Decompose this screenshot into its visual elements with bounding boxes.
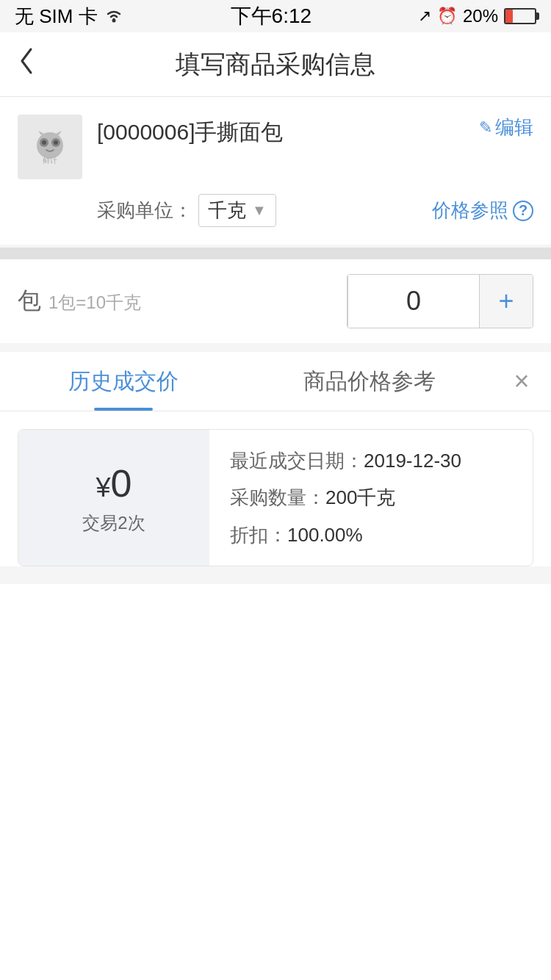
- quantity-value[interactable]: 0: [347, 275, 480, 328]
- date-label: 最近成交日期：: [230, 450, 364, 472]
- wifi-icon: [104, 5, 124, 28]
- last-trade-date-row: 最近成交日期：2019-12-30: [230, 447, 512, 474]
- edit-button[interactable]: ✎ 编辑: [479, 115, 533, 140]
- tabs: 历史成交价 商品价格参考 ×: [0, 352, 551, 411]
- tab-history-price[interactable]: 历史成交价: [0, 352, 246, 411]
- card-details: 最近成交日期：2019-12-30 采购数量：200千克 折扣：100.00%: [209, 430, 533, 566]
- unit-package: 包: [18, 285, 41, 317]
- svg-text:鲜计: 鲜计: [43, 156, 57, 165]
- back-button[interactable]: [18, 46, 35, 82]
- status-bar: 无 SIM 卡 下午6:12 ↗ ⏰ 20%: [0, 0, 551, 32]
- status-carrier: 无 SIM 卡: [15, 4, 124, 29]
- trade-count: 交易2次: [82, 511, 145, 535]
- purchase-quantity-row: 采购数量：200千克: [230, 484, 512, 511]
- product-section: 鲜计 [0000006]手撕面包 ✎ 编辑 采购单位： 千克 ▼ 价格参照 ?: [0, 97, 551, 245]
- currency-symbol: ¥: [96, 472, 111, 502]
- tab-price-ref-label: 商品价格参考: [303, 367, 436, 397]
- carrier-text: 无 SIM 卡: [15, 4, 98, 29]
- product-name: [0000006]手撕面包: [97, 115, 283, 148]
- price-value: 0: [111, 462, 132, 505]
- quantity-section: 包 1包=10千克 0 +: [0, 259, 551, 343]
- status-time: 下午6:12: [231, 2, 312, 30]
- chevron-down-icon: ▼: [252, 202, 267, 219]
- unit-dropdown[interactable]: 千克 ▼: [198, 194, 276, 227]
- tab-product-price-ref[interactable]: 商品价格参考: [246, 352, 492, 411]
- plus-icon: +: [498, 286, 514, 317]
- bottom-space: [0, 584, 551, 980]
- svg-point-4: [42, 140, 46, 145]
- product-header: 鲜计 [0000006]手撕面包 ✎ 编辑: [18, 115, 533, 179]
- discount-row: 折扣：100.00%: [230, 522, 512, 548]
- close-icon: ×: [514, 366, 529, 397]
- page-title: 填写商品采购信息: [176, 48, 375, 82]
- discount-label: 折扣：: [230, 524, 287, 546]
- quantity-plus-button[interactable]: +: [480, 275, 533, 328]
- product-info: 鲜计 [0000006]手撕面包: [18, 115, 283, 179]
- product-thumbnail: 鲜计: [18, 115, 82, 179]
- date-value: 2019-12-30: [364, 450, 461, 472]
- edit-icon: ✎: [479, 118, 492, 137]
- battery-percent: 20%: [463, 6, 498, 26]
- price-display: ¥0: [96, 461, 132, 505]
- unit-conversion: 1包=10千克: [48, 291, 141, 314]
- section-divider: [0, 248, 551, 259]
- unit-label: 采购单位：: [97, 198, 192, 223]
- tab-close-button[interactable]: ×: [492, 352, 551, 411]
- panel: 历史成交价 商品价格参考 × ¥0 交易2次 最近成交日期：2019-12-30…: [0, 352, 551, 566]
- history-card: ¥0 交易2次 最近成交日期：2019-12-30 采购数量：200千克 折扣：…: [18, 429, 533, 566]
- svg-point-5: [54, 140, 58, 145]
- svg-point-0: [112, 18, 115, 22]
- nav-bar: 填写商品采购信息: [0, 32, 551, 97]
- svg-point-1: [37, 132, 63, 159]
- product-unit-row: 采购单位： 千克 ▼ 价格参照 ?: [18, 194, 533, 227]
- quantity-control: 0 +: [347, 274, 533, 328]
- quantity-label: 包 1包=10千克: [18, 285, 141, 317]
- discount-value: 100.00%: [287, 524, 363, 546]
- tab-active-indicator: [94, 408, 153, 411]
- quantity-value-text: 200千克: [325, 486, 395, 508]
- price-reference-button[interactable]: 价格参照 ?: [432, 198, 533, 223]
- unit-value: 千克: [208, 198, 246, 223]
- unit-selector: 采购单位： 千克 ▼: [97, 194, 276, 227]
- tab-history-label: 历史成交价: [68, 367, 179, 397]
- status-right: ↗ ⏰ 20%: [418, 6, 536, 26]
- location-icon: ↗: [418, 7, 431, 26]
- card-price-summary: ¥0 交易2次: [18, 430, 209, 566]
- quantity-label-text: 采购数量：: [230, 486, 325, 508]
- help-icon: ?: [513, 201, 533, 221]
- alarm-icon: ⏰: [437, 7, 457, 26]
- battery-icon: [504, 8, 536, 24]
- price-ref-label: 价格参照: [432, 198, 508, 223]
